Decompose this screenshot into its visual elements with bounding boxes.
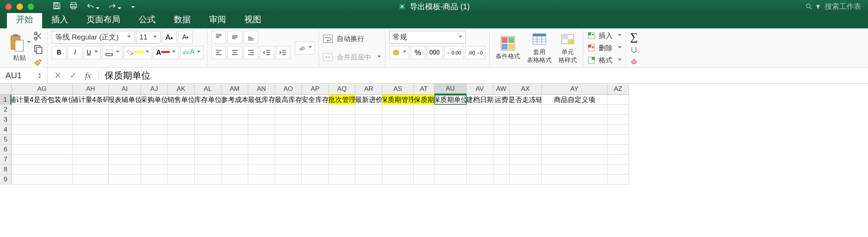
- column-header-AR[interactable]: AR: [355, 84, 382, 95]
- cell-AT4[interactable]: [414, 125, 434, 135]
- cell-AI5[interactable]: [109, 135, 141, 145]
- paste-button[interactable]: [8, 34, 31, 52]
- cell-AX8[interactable]: [509, 165, 542, 174]
- cell-AT9[interactable]: [414, 174, 434, 184]
- sheet-search[interactable]: ▾ 搜索工作表: [805, 2, 861, 12]
- cell-AV3[interactable]: [467, 115, 493, 125]
- cell-AG9[interactable]: [11, 174, 73, 184]
- cell-AZ7[interactable]: [608, 155, 629, 165]
- format-table-button[interactable]: 套用 表格格式: [525, 31, 554, 65]
- percent-button[interactable]: %: [411, 46, 425, 59]
- cell-AW8[interactable]: [493, 165, 509, 174]
- cell-AP5[interactable]: [302, 135, 329, 145]
- save-icon[interactable]: [52, 2, 61, 12]
- cell-AJ8[interactable]: [141, 165, 168, 174]
- cell-AZ9[interactable]: [608, 174, 629, 184]
- decrease-decimal-button[interactable]: .00→0: [465, 46, 485, 59]
- cell-AW2[interactable]: [493, 105, 509, 115]
- spreadsheet-grid[interactable]: AGAHAIAJAKALAMANAOAPAQARASATAUAVAWAXAYAZ…: [0, 84, 868, 184]
- cell-AM6[interactable]: [221, 145, 248, 155]
- cell-AJ5[interactable]: [141, 135, 168, 145]
- clear-button[interactable]: [630, 57, 638, 65]
- conditional-format-button[interactable]: 条件格式: [493, 31, 522, 65]
- cell-AH8[interactable]: [73, 165, 109, 174]
- minimize-window-button[interactable]: [16, 3, 23, 10]
- cell-AQ8[interactable]: [329, 165, 355, 174]
- cell-AG2[interactable]: [11, 105, 73, 115]
- cell-AN7[interactable]: [248, 155, 275, 165]
- cell-styles-button[interactable]: 单元 格样式: [556, 31, 579, 65]
- cell-AV2[interactable]: [467, 105, 493, 115]
- cell-AN1[interactable]: 最低库存: [248, 95, 275, 105]
- insert-cells-button[interactable]: 插入: [587, 31, 622, 40]
- cell-AO3[interactable]: [275, 115, 302, 125]
- cancel-formula-button[interactable]: ✕: [54, 71, 61, 81]
- cell-AR9[interactable]: [355, 174, 382, 184]
- cell-AS2[interactable]: [382, 105, 414, 115]
- cell-AW3[interactable]: [493, 115, 509, 125]
- qat-customize-button[interactable]: [130, 3, 135, 11]
- cell-AT8[interactable]: [414, 165, 434, 174]
- cell-AJ9[interactable]: [141, 174, 168, 184]
- cell-AO1[interactable]: 最高库存: [275, 95, 302, 105]
- column-header-AV[interactable]: AV: [467, 84, 493, 95]
- cell-AY6[interactable]: [542, 145, 608, 155]
- cell-AL2[interactable]: [195, 105, 221, 115]
- row-header-3[interactable]: 3: [0, 115, 11, 125]
- column-header-AI[interactable]: AI: [109, 84, 141, 95]
- cell-AR4[interactable]: [355, 125, 382, 135]
- cell-AS9[interactable]: [382, 174, 414, 184]
- phonetic-button[interactable]: abcA: [180, 46, 203, 59]
- format-cells-button[interactable]: 格式: [587, 56, 622, 65]
- cell-AX9[interactable]: [509, 174, 542, 184]
- cell-AJ3[interactable]: [141, 115, 168, 125]
- cell-AM1[interactable]: 参考成本: [221, 95, 248, 105]
- maximize-window-button[interactable]: [28, 3, 34, 10]
- cell-AU3[interactable]: [434, 115, 467, 125]
- cell-AR1[interactable]: 最新进价: [355, 95, 382, 105]
- cell-AW5[interactable]: [493, 135, 509, 145]
- column-header-AT[interactable]: AT: [414, 84, 434, 95]
- increase-indent-button[interactable]: [276, 46, 290, 59]
- cell-AU5[interactable]: [434, 135, 467, 145]
- column-header-AL[interactable]: AL: [195, 84, 221, 95]
- cell-AT1[interactable]: 保质期: [414, 95, 434, 105]
- cell-AP3[interactable]: [302, 115, 329, 125]
- cell-AZ3[interactable]: [608, 115, 629, 125]
- tab-page-layout[interactable]: 页面布局: [77, 11, 129, 28]
- cell-AQ6[interactable]: [329, 145, 355, 155]
- cell-AZ4[interactable]: [608, 125, 629, 135]
- column-header-AS[interactable]: AS: [382, 84, 414, 95]
- cell-AN8[interactable]: [248, 165, 275, 174]
- cell-AJ7[interactable]: [141, 155, 168, 165]
- cell-AG4[interactable]: [11, 125, 73, 135]
- cell-AS1[interactable]: 保质期管理: [382, 95, 414, 105]
- cell-AX6[interactable]: [509, 145, 542, 155]
- decrease-font-button[interactable]: A▾: [178, 31, 193, 44]
- column-header-AZ[interactable]: AZ: [608, 84, 629, 95]
- cell-AM7[interactable]: [221, 155, 248, 165]
- align-middle-button[interactable]: [228, 31, 242, 44]
- cell-AN3[interactable]: [248, 115, 275, 125]
- cell-AR6[interactable]: [355, 145, 382, 155]
- cell-AQ5[interactable]: [329, 135, 355, 145]
- cell-AW9[interactable]: [493, 174, 509, 184]
- cell-AX7[interactable]: [509, 155, 542, 165]
- cell-AH9[interactable]: [73, 174, 109, 184]
- tab-view[interactable]: 视图: [235, 11, 270, 28]
- name-box[interactable]: AU1 ▲▼: [0, 67, 47, 83]
- cell-AL4[interactable]: [195, 125, 221, 135]
- cell-AP2[interactable]: [302, 105, 329, 115]
- cell-AU7[interactable]: [434, 155, 467, 165]
- cell-AZ1[interactable]: [608, 95, 629, 105]
- cell-AT6[interactable]: [414, 145, 434, 155]
- print-icon[interactable]: [69, 2, 78, 12]
- cell-AS3[interactable]: [382, 115, 414, 125]
- cell-AH6[interactable]: [73, 145, 109, 155]
- increase-decimal-button[interactable]: ←0.00: [444, 46, 464, 59]
- redo-button[interactable]: [108, 2, 121, 12]
- cell-AL9[interactable]: [195, 174, 221, 184]
- cell-AK1[interactable]: 销售单位: [168, 95, 195, 105]
- font-color-button[interactable]: A: [154, 46, 179, 59]
- cell-AL6[interactable]: [195, 145, 221, 155]
